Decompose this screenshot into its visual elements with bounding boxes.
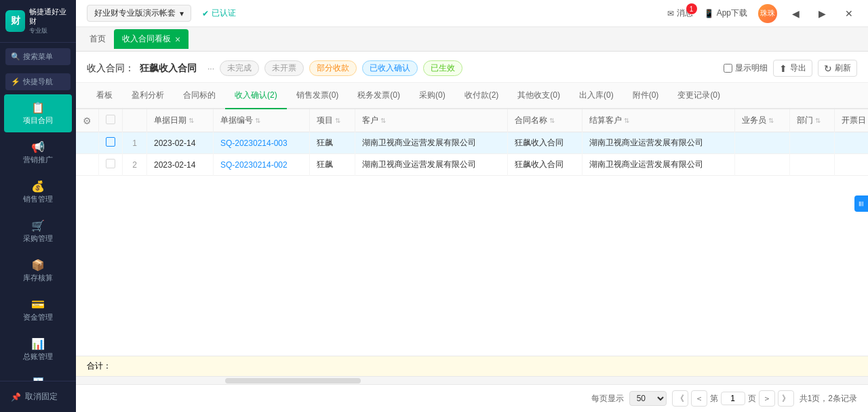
logo-icon: 财 (5, 10, 25, 32)
billing-sort-icon[interactable]: ⇅ (624, 117, 629, 124)
status-confirmed-badge[interactable]: 已收入确认 (362, 60, 418, 76)
table-row[interactable]: 1 2023-02-14 SQ-20230214-003 狂飙 湖南卫视商业运营… (76, 132, 868, 154)
tab-outbound[interactable]: 出入库(0) (570, 83, 623, 109)
topbar-close-button[interactable]: ✕ (841, 5, 857, 22)
app-download-button[interactable]: 📱 App下载 (704, 7, 747, 19)
funds-icon: 💳 (31, 298, 45, 311)
customer-sort-icon[interactable]: ⇅ (380, 117, 386, 124)
tab-sales-invoice[interactable]: 销售发票(0) (287, 83, 349, 109)
nav-back-button[interactable]: ◀ (788, 5, 804, 22)
per-page-select[interactable]: 50 20 100 (629, 391, 667, 406)
sidebar-search[interactable]: 🔍 搜索菜单 (0, 43, 76, 71)
sidebar-item-funds[interactable]: 💳 资金管理 (4, 291, 72, 329)
cancel-pin-button[interactable]: 📌 取消固定 (5, 387, 71, 407)
active-tab-label: 收入合同看板 (122, 33, 171, 45)
active-tab[interactable]: 收入合同看板 × (114, 29, 189, 49)
table-body: 1 2023-02-14 SQ-20230214-003 狂飙 湖南卫视商业运营… (76, 132, 868, 176)
show-detail-checkbox-label[interactable]: 显示明细 (724, 62, 768, 74)
sales-icon: 💰 (31, 180, 45, 193)
first-page-button[interactable]: 《 (672, 390, 688, 407)
salesperson-sort-icon[interactable]: ⇅ (768, 117, 774, 124)
row2-department (789, 154, 835, 176)
message-badge: 1 (686, 3, 697, 14)
row1-checkbox[interactable] (106, 137, 115, 147)
next-page-button[interactable]: ＞ (759, 390, 775, 407)
tab-purchase[interactable]: 采购(0) (410, 83, 455, 109)
tab-other-income[interactable]: 其他收支(0) (508, 83, 570, 109)
content-area: 收入合同： 狂飙收入合同 ··· 未完成 未开票 部分收款 已收入确认 已生效 … (76, 52, 868, 412)
row2-billing: 湖南卫视商业运营发展有限公司 (583, 154, 735, 176)
message-icon: ✉ (667, 9, 674, 18)
col-customer-header: 客户 ⇅ (355, 109, 507, 132)
row1-contract-name: 狂飙收入合同 (507, 132, 583, 154)
tab-close-button[interactable]: × (175, 34, 180, 45)
row1-no-link[interactable]: SQ-20230214-003 (220, 138, 288, 148)
project-sort-icon[interactable]: ⇅ (335, 117, 340, 124)
cancel-pin-label: 取消固定 (25, 391, 58, 402)
prev-page-button[interactable]: ＜ (691, 390, 707, 407)
status-partial-badge[interactable]: 部分收款 (309, 60, 357, 76)
column-settings-icon[interactable]: ⚙ (83, 115, 92, 126)
nav-forward-button[interactable]: ▶ (814, 5, 830, 22)
sidebar-item-purchase[interactable]: 🛒 采购管理 (4, 212, 72, 250)
row2-settings (76, 154, 99, 176)
message-button[interactable]: ✉ 消息 1 (667, 7, 693, 19)
last-page-button[interactable]: 》 (778, 390, 794, 407)
page-input[interactable] (721, 392, 745, 405)
tab-tax-invoice[interactable]: 税务发票(0) (348, 83, 410, 109)
sidebar-item-label: 资金管理 (23, 312, 53, 322)
sidebar-item-label: 总账管理 (23, 352, 53, 362)
table-header-row: ⚙ 单据日期 ⇅ (76, 109, 868, 132)
status-incomplete-badge[interactable]: 未完成 (220, 60, 259, 76)
company-selector[interactable]: 好业财专业版演示帐套 ▾ (87, 5, 191, 22)
topbar: 好业财专业版演示帐套 ▾ ✔ 已认证 ✉ 消息 1 📱 App下载 珠珠 ◀ ▶… (76, 0, 868, 27)
department-sort-icon[interactable]: ⇅ (815, 117, 821, 124)
sidebar-item-marketing[interactable]: 📢 营销推广 (4, 134, 72, 172)
select-all-checkbox[interactable] (106, 115, 115, 124)
per-page-label: 每页显示 (591, 393, 624, 405)
refresh-button[interactable]: ↻ 刷新 (818, 60, 857, 77)
sidebar-item-invoices[interactable]: 🧾 发票管理 (4, 370, 72, 381)
tab-kanban[interactable]: 看板 (87, 83, 122, 109)
col-no-header: 单据编号 ⇅ (213, 109, 309, 132)
row2-checkbox[interactable] (106, 159, 115, 168)
quick-nav-btn[interactable]: ⚡ 快捷导航 (0, 71, 76, 93)
sidebar-item-general-ledger[interactable]: 📊 总账管理 (4, 331, 72, 369)
page-current-label: 第 (710, 393, 718, 405)
tab-profit[interactable]: 盈利分析 (122, 83, 174, 109)
show-detail-checkbox[interactable] (724, 64, 732, 73)
status-active-badge[interactable]: 已生效 (423, 60, 462, 76)
home-tab[interactable]: 首页 (84, 31, 111, 48)
search-icon: 🔍 (11, 52, 20, 61)
page-actions: 显示明细 ⬆ 导出 ↻ 刷新 (724, 60, 857, 77)
sidebar-item-sales[interactable]: 💰 销售管理 (4, 173, 72, 211)
pagination-nav: 《 ＜ 第 页 ＞ 》 (672, 390, 794, 407)
topbar-right: ✉ 消息 1 📱 App下载 珠珠 ◀ ▶ ✕ (667, 4, 857, 23)
sidebar-item-label: 销售管理 (23, 194, 53, 204)
row1-department (789, 132, 835, 154)
status-no-invoice-badge[interactable]: 未开票 (264, 60, 304, 76)
table-row[interactable]: 2 2023-02-14 SQ-20230214-002 狂飙 湖南卫视商业运营… (76, 154, 868, 176)
scrollbar-thumb[interactable] (225, 378, 361, 383)
tab-payment[interactable]: 收付款(2) (455, 83, 509, 109)
no-sort-icon[interactable]: ⇅ (255, 117, 260, 124)
project-contract-icon: 📋 (31, 101, 45, 114)
tab-attachments[interactable]: 附件(0) (623, 83, 669, 109)
inventory-icon: 📦 (31, 259, 45, 271)
export-button[interactable]: ⬆ 导出 (773, 60, 812, 77)
date-sort-icon[interactable]: ⇅ (189, 117, 194, 124)
tab-income-confirm[interactable]: 收入确认(2) (225, 83, 287, 109)
tab-contract-standard[interactable]: 合同标的 (174, 83, 225, 109)
sidebar-item-project-contract[interactable]: 📋 项目合同 (4, 94, 72, 132)
right-panel-button[interactable]: ≡ (854, 195, 868, 212)
col-contract-name-header: 合同名称 ⇅ (507, 109, 583, 132)
horizontal-scrollbar[interactable] (76, 376, 868, 384)
sidebar-item-inventory[interactable]: 📦 库存核算 (4, 252, 72, 290)
more-options-button[interactable]: ··· (208, 64, 214, 73)
contract-name-sort-icon[interactable]: ⇅ (549, 117, 555, 124)
user-avatar[interactable]: 珠珠 (758, 4, 777, 23)
row2-no-link[interactable]: SQ-20230214-002 (220, 160, 288, 170)
tab-change-log[interactable]: 变更记录(0) (668, 83, 730, 109)
quick-nav-button[interactable]: ⚡ 快捷导航 (5, 73, 71, 90)
search-menu-button[interactable]: 🔍 搜索菜单 (5, 48, 71, 65)
